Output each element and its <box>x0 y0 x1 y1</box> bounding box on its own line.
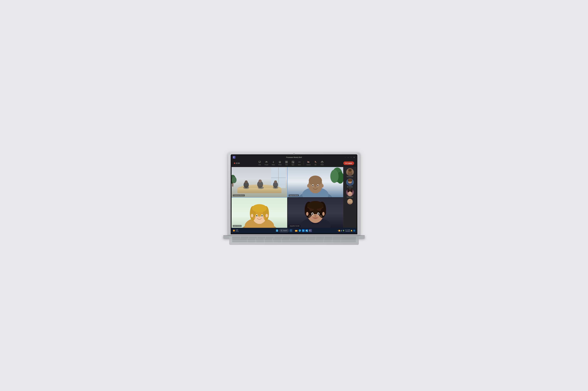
teams-taskbar-button[interactable]: T <box>309 229 312 232</box>
key[interactable] <box>290 239 298 240</box>
react-button[interactable]: React <box>277 160 283 166</box>
key[interactable] <box>307 239 315 240</box>
key[interactable] <box>249 237 257 238</box>
avatar-claude-image <box>346 168 354 176</box>
options-button[interactable]: ··· <box>344 156 346 159</box>
key-shift-left[interactable] <box>232 240 247 242</box>
key[interactable] <box>266 237 274 238</box>
more-button[interactable]: More <box>297 160 302 166</box>
svg-point-138 <box>281 230 282 231</box>
raymond-label: Raymond Boulet <box>289 195 299 196</box>
edge-button[interactable] <box>298 229 301 232</box>
key[interactable] <box>264 239 272 240</box>
store-button[interactable]: 🛍 <box>302 229 305 232</box>
notification-icon[interactable]: 🔔 <box>351 230 353 232</box>
key[interactable] <box>316 237 324 238</box>
outlook-button[interactable] <box>305 229 308 232</box>
key[interactable] <box>324 239 332 240</box>
svg-point-5 <box>279 162 280 162</box>
video-grid: Conference Room A <box>232 167 343 228</box>
key-backspace[interactable] <box>341 237 356 238</box>
participant-alix[interactable]: Alix Gauthier <box>346 178 354 187</box>
title-bar: T Proseware Weekly Brief ··· — □ ✕ <box>232 155 356 159</box>
key[interactable] <box>332 240 340 242</box>
chat-button[interactable]: Chat <box>257 160 262 166</box>
key[interactable] <box>298 239 307 240</box>
teams-logo-icon: T <box>233 156 235 159</box>
task-view-button[interactable] <box>289 229 292 232</box>
participant-claude[interactable]: Claude Bélisle <box>346 168 354 177</box>
svg-rect-11 <box>292 161 293 162</box>
key[interactable] <box>247 239 256 240</box>
key[interactable] <box>333 237 341 238</box>
start-button[interactable] <box>276 229 278 232</box>
maximize-button[interactable]: □ <box>350 156 352 159</box>
leave-icon <box>345 163 347 164</box>
raise-button[interactable]: Raise <box>271 160 276 166</box>
key[interactable] <box>316 239 324 240</box>
svg-rect-20 <box>307 161 309 163</box>
key-tab[interactable] <box>232 239 247 240</box>
key[interactable] <box>241 237 249 238</box>
raymond-video <box>287 167 343 197</box>
people-label: People <box>265 164 268 165</box>
close-button[interactable]: ✕ <box>353 156 355 159</box>
svg-point-53 <box>309 176 322 186</box>
svg-point-3 <box>267 161 267 162</box>
video-tile-conference-room[interactable]: Conference Room A <box>232 167 287 197</box>
svg-point-57 <box>317 185 319 186</box>
chat-icon <box>259 161 261 164</box>
key[interactable] <box>257 237 265 238</box>
share-button[interactable]: Share <box>319 160 325 166</box>
svg-point-98 <box>308 215 312 217</box>
leave-button[interactable]: Leave <box>343 161 354 165</box>
key[interactable] <box>324 240 332 242</box>
people-button[interactable]: People <box>263 160 269 166</box>
key[interactable] <box>264 240 273 242</box>
key[interactable] <box>256 240 264 242</box>
task-view-icon <box>290 230 292 232</box>
react-label: React <box>278 164 281 165</box>
camera-button[interactable]: Camera <box>305 160 312 166</box>
view-button[interactable]: View <box>284 160 289 166</box>
system-clock[interactable]: 11:11 AM 4/9/2024 <box>345 229 350 232</box>
participant-4[interactable] <box>347 199 353 204</box>
chevron-icon[interactable]: ∧ <box>337 230 338 231</box>
toolbar-right: Leave <box>343 161 354 165</box>
svg-point-74 <box>263 217 265 219</box>
video-tile-raymond[interactable]: Raymond Boulet <box>287 167 343 197</box>
key[interactable] <box>325 237 332 238</box>
key[interactable] <box>232 237 240 238</box>
key[interactable] <box>299 237 307 238</box>
key-spacebar[interactable] <box>282 240 323 242</box>
key[interactable] <box>256 239 264 240</box>
key-enter[interactable] <box>341 239 356 240</box>
key[interactable] <box>281 239 290 240</box>
video-tile-liane[interactable]: Liane Cormier <box>232 197 287 228</box>
key[interactable] <box>273 240 281 242</box>
sun-icon <box>233 229 235 232</box>
key[interactable] <box>332 239 341 240</box>
key[interactable] <box>282 237 291 238</box>
video-tile-jacqueline[interactable]: Jacqueline Grondin <box>287 197 343 228</box>
search-bar[interactable]: Search <box>279 229 289 232</box>
key[interactable] <box>273 239 281 240</box>
react-icon <box>279 161 281 164</box>
mic-button[interactable]: Mic <box>313 160 318 166</box>
participant-noemi[interactable]: Noémi Vincze <box>346 189 354 197</box>
laptop-keyboard <box>229 236 359 245</box>
file-explorer-button[interactable] <box>295 229 298 232</box>
key[interactable] <box>291 237 299 238</box>
more-label: More <box>298 164 301 165</box>
key-shift-right[interactable] <box>341 240 356 242</box>
apps-button[interactable]: Apps <box>290 160 296 166</box>
noemi-name: Noémi Vincze <box>347 196 353 197</box>
key[interactable] <box>308 237 316 238</box>
svg-point-44 <box>232 177 237 183</box>
key[interactable] <box>248 240 256 242</box>
minimize-button[interactable]: — <box>347 156 349 159</box>
avatar-4 <box>347 199 353 204</box>
weather-widget[interactable]: 71°F Sunny <box>233 229 239 232</box>
svg-point-93 <box>312 213 313 215</box>
key[interactable] <box>274 237 282 238</box>
